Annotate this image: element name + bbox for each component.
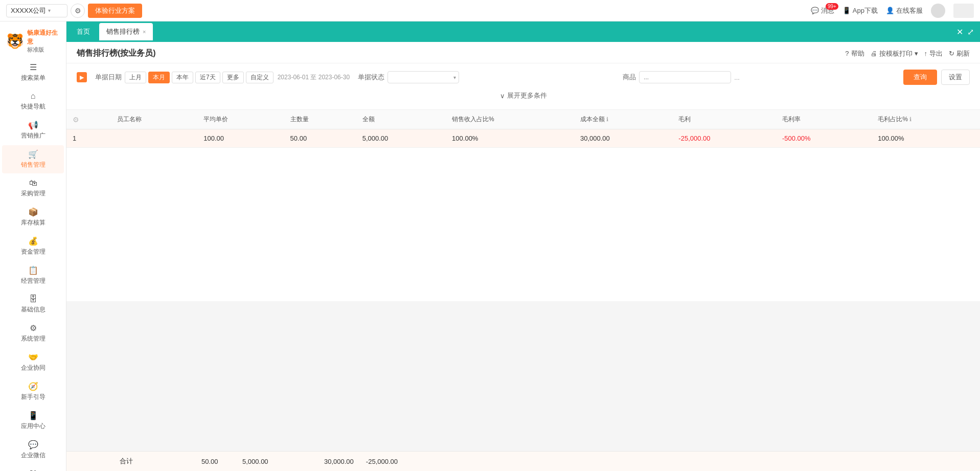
sidebar-item-inventory[interactable]: 📦 库存核算 [2, 203, 64, 231]
gross-pct-info-icon: ℹ [909, 116, 911, 122]
filter-area: ▶ 单据日期 上月 本月 本年 近7天 更多 自定义 2023-06-01 至 … [66, 63, 980, 110]
data-table-area: ⚙ 员工名称 平均单价 主数量 全额 销售收入占比% 成本全额 ℹ 毛利 毛利率… [66, 110, 980, 148]
th-gross-rate: 毛利率 [776, 110, 872, 129]
footer-cost-cell: 30,000.00 [318, 458, 360, 465]
table-row: 1 100.00 50.00 5,000.00 100.00% 30,000.0… [66, 129, 980, 148]
cell-sales-pct: 100.00% [446, 129, 574, 148]
tab-bar: 首页 销售排行榜 × ✕ ⤢ [66, 21, 980, 42]
export-button[interactable]: ↑ 导出 [924, 49, 943, 58]
query-button[interactable]: 查询 [903, 70, 937, 85]
sidebar-item-operations[interactable]: 📋 经营管理 [2, 261, 64, 289]
home-icon: ⌂ [31, 92, 36, 101]
service-label: 在线客服 [896, 6, 923, 15]
settings-gear-button[interactable]: ⚙ [71, 4, 85, 18]
member-icon: V [30, 469, 36, 471]
message-icon: 💬 [811, 7, 819, 14]
goods-filter-item: 商品 ... [623, 71, 740, 83]
cell-avg-price: 100.00 [197, 129, 284, 148]
sidebar-item-quick-nav[interactable]: ⌂ 快捷导航 [2, 87, 64, 115]
refresh-button[interactable]: ↻ 刷新 [949, 49, 970, 58]
sidebar-item-app-center[interactable]: 📱 应用中心 [2, 407, 64, 435]
sidebar-item-label: 营销推广 [21, 131, 45, 140]
filter-row-main: ▶ 单据日期 上月 本月 本年 近7天 更多 自定义 2023-06-01 至 … [77, 70, 970, 85]
period-custom[interactable]: 自定义 [246, 72, 274, 83]
app-icon: 📱 [842, 7, 851, 14]
collapse-filter-button[interactable]: ▶ [77, 72, 87, 82]
tab-bar-right: ✕ ⤢ [956, 27, 978, 37]
goods-more-icon[interactable]: ... [734, 74, 740, 81]
service-icon: 👤 [886, 7, 894, 14]
sidebar-item-wechat[interactable]: 💬 企业微信 [2, 436, 64, 464]
tab-sales-ranking[interactable]: 销售排行榜 × [99, 23, 153, 40]
sidebar-item-enterprise[interactable]: 🤝 企业协同 [2, 348, 64, 376]
enterprise-icon: 🤝 [28, 352, 38, 362]
cell-employee-name [111, 129, 197, 148]
search-order-icon: ☰ [30, 62, 37, 72]
online-service-button[interactable]: 👤 在线客服 [886, 6, 923, 15]
column-settings-icon[interactable]: ⚙ [73, 116, 79, 124]
table-header-row: ⚙ 员工名称 平均单价 主数量 全额 销售收入占比% 成本全额 ℹ 毛利 毛利率… [66, 110, 980, 129]
th-sales-pct: 销售收入占比% [446, 110, 574, 129]
settings-button[interactable]: 设置 [941, 70, 970, 85]
cell-amount: 5,000.00 [356, 129, 446, 148]
sidebar-item-label: 库存核算 [21, 218, 45, 227]
footer-quantity-cell: 50.00 [195, 458, 236, 465]
app-download-button[interactable]: 📱 App下载 [842, 6, 878, 15]
cell-rank: 1 [66, 129, 111, 148]
footer-gross-cell: -25,000.00 [360, 458, 404, 465]
tab-close-icon[interactable]: × [143, 29, 146, 35]
sidebar-item-newbie[interactable]: 🧭 新手引导 [2, 377, 64, 406]
app-center-icon: 📱 [28, 411, 38, 420]
tab-home[interactable]: 首页 [69, 23, 98, 40]
sidebar: 🐯 畅康通好生意 标准版 ☰ 搜索菜单 ⌂ 快捷导航 📢 营销推广 🛒 销售管理… [0, 21, 66, 471]
period-more[interactable]: 更多 [222, 72, 244, 83]
th-settings: ⚙ [66, 110, 111, 129]
system-icon: ⚙ [30, 323, 37, 333]
sidebar-item-purchase-mgmt[interactable]: 🛍 采购管理 [2, 174, 64, 202]
table-footer: 合计 50.00 5,000.00 30,000.00 -25,000.00 [66, 451, 980, 471]
sidebar-item-label: 资金管理 [21, 248, 45, 256]
expand-more-conditions[interactable]: ∨ 展开更多条件 [77, 88, 970, 103]
sidebar-item-label: 采购管理 [21, 189, 45, 198]
sidebar-item-system-mgmt[interactable]: ⚙ 系统管理 [2, 319, 64, 347]
close-window-icon[interactable]: ✕ [956, 27, 963, 37]
period-this-year[interactable]: 本年 [172, 72, 193, 83]
date-period-selector: 上月 本月 本年 近7天 更多 自定义 2023-06-01 至 2023-06… [125, 72, 350, 83]
expand-arrow-icon: ∨ [500, 92, 505, 100]
cell-gross-pct: 100.00% [872, 129, 980, 148]
finance-icon: 💰 [28, 236, 38, 246]
sidebar-item-member[interactable]: V 畅会员 [2, 465, 64, 471]
status-label: 单据状态 [358, 73, 384, 82]
sidebar-item-label: 新手引导 [21, 393, 45, 401]
industry-solution-button[interactable]: 体验行业方案 [88, 4, 142, 18]
period-this-month[interactable]: 本月 [148, 72, 170, 83]
avatar[interactable] [931, 4, 945, 18]
sidebar-item-finance[interactable]: 💰 资金管理 [2, 232, 64, 260]
refresh-icon: ↻ [949, 50, 954, 57]
print-icon: 🖨 [871, 50, 877, 57]
th-employee-name: 员工名称 [111, 110, 197, 129]
logo-icon: 🐯 [6, 33, 24, 50]
maximize-icon[interactable]: ⤢ [967, 27, 974, 37]
goods-input[interactable] [639, 71, 731, 83]
chevron-down-icon: ▾ [48, 8, 51, 13]
table-body: 1 100.00 50.00 5,000.00 100.00% 30,000.0… [66, 129, 980, 148]
sidebar-item-search-order[interactable]: ☰ 搜索菜单 [2, 58, 64, 86]
expand-label: 展开更多条件 [507, 91, 547, 100]
company-selector[interactable]: XXXXX公司 ▾ [6, 4, 67, 17]
message-button[interactable]: 💬 消息 99+ [811, 6, 834, 15]
cell-cost: 30,000.00 [574, 129, 672, 148]
sidebar-item-label: 经营管理 [21, 277, 45, 285]
th-amount: 全额 [356, 110, 446, 129]
goods-label: 商品 [623, 73, 636, 82]
cell-gross: -25,000.00 [672, 129, 776, 148]
help-button[interactable]: ? 帮助 [845, 49, 864, 58]
period-last-7-days[interactable]: 近7天 [195, 72, 220, 83]
period-last-month[interactable]: 上月 [125, 72, 146, 83]
status-select[interactable] [388, 71, 459, 83]
sidebar-item-marketing[interactable]: 📢 营销推广 [2, 116, 64, 144]
sidebar-item-basic-info[interactable]: 🗄 基础信息 [2, 290, 64, 318]
cost-info-icon: ℹ [606, 116, 608, 122]
print-template-button[interactable]: 🖨 按模板打印 ▾ [871, 49, 918, 58]
sidebar-item-sales-mgmt[interactable]: 🛒 销售管理 [2, 145, 64, 173]
